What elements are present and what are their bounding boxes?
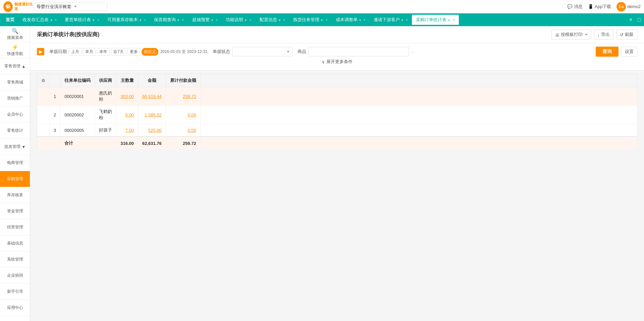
tab-peizhi[interactable]: 配置信息 ∨ × — [256, 15, 289, 25]
sidebar-item-appcenter[interactable]: 应用中心 — [0, 300, 30, 316]
close-icon[interactable]: × — [406, 18, 408, 22]
td-footer-label: 合计 — [60, 137, 116, 150]
tab-arrow-icon: ∨ — [92, 18, 95, 22]
sidebar-item-member[interactable]: 会员中心 — [0, 107, 30, 123]
th-settings: ⚙ — [37, 74, 50, 87]
expand-filter-button[interactable]: ∨ 展开更多条件 — [322, 59, 353, 65]
td-amount-3: 525.80 — [138, 124, 166, 137]
tab-pihuo[interactable]: 拣货任务管理 ∨ × — [289, 15, 331, 25]
close-icon[interactable]: × — [144, 18, 146, 22]
export-button[interactable]: ↓ 导出 — [594, 30, 614, 40]
date-btn-custom[interactable]: 自定义 — [142, 48, 158, 56]
date-btn-7days[interactable]: 近7天 — [111, 48, 126, 56]
close-icon[interactable]: × — [216, 18, 218, 22]
filter-toggle-button[interactable]: ▶ — [37, 48, 44, 55]
sidebar-item-newguide[interactable]: 新手引导 — [0, 284, 30, 300]
sidebar-item-retail-mall[interactable]: 零售商城 — [0, 74, 30, 91]
amount-link-2[interactable]: 1,586.52 — [145, 112, 162, 117]
filter-area: ▶ 单据日期 上月 本月 本年 近7天 更多 自定义 2016-01-01 至 … — [30, 43, 644, 70]
sidebar-item-enterprise[interactable]: 企业协同 — [0, 268, 30, 284]
sidebar-item-system[interactable]: 系统管理 — [0, 252, 30, 268]
print-icon: 🖨 — [555, 32, 559, 37]
goods-search-input[interactable] — [308, 47, 409, 56]
tab-keyongliang[interactable]: 可用量库存账本 ∨ × — [103, 15, 150, 25]
sidebar-item-marketing[interactable]: 营销推广 — [0, 91, 30, 107]
sidebar-item-wechat[interactable]: 企业微信 — [0, 316, 30, 321]
tab-yaoqing[interactable]: 邀请下游客户 ∨ × — [370, 15, 412, 25]
close-icon[interactable]: × — [452, 18, 454, 22]
sidebar-item-purchase[interactable]: 采购管理 — [0, 171, 30, 187]
date-btn-last-month[interactable]: 上月 — [69, 48, 82, 56]
date-btn-more[interactable]: 更多 — [127, 48, 140, 56]
nav-maximize-button[interactable]: □ — [636, 17, 642, 23]
td-extra-3 — [200, 124, 637, 137]
close-icon[interactable]: × — [249, 18, 251, 22]
qty-link-2[interactable]: 6.00 — [125, 112, 134, 117]
close-icon[interactable]: × — [55, 18, 57, 22]
qty-link-1[interactable]: 303.00 — [120, 94, 134, 99]
td-footer-amount: 62,631.76 — [138, 137, 166, 150]
settings-button[interactable]: 设置 — [621, 47, 637, 57]
tab-arrow-icon: ∨ — [245, 18, 247, 22]
close-icon[interactable]: × — [283, 18, 285, 22]
tab-arrow-icon: ∨ — [278, 18, 281, 22]
top-right: 💬 消息 📱 App下载 Ea demo2 — [567, 2, 641, 11]
tab-chaochuyu[interactable]: 超储预警 ∨ × — [188, 15, 222, 25]
table-row: 3 00020005 好孩子 7.00 525.80 0.00 — [37, 124, 637, 137]
page-header: 采购订单统计表(按供应商) 🖨 按模板打印 ↓ 导出 ↺ 刷新 — [30, 26, 644, 43]
expand-icon: ∨ — [322, 59, 325, 64]
paid-link-2[interactable]: 0.00 — [188, 112, 196, 117]
td-supplier-2: 飞鹤奶粉 — [95, 106, 116, 124]
close-icon[interactable]: × — [325, 18, 327, 22]
sidebar-item-shortcut[interactable]: ⚡ 快捷导航 — [0, 42, 30, 58]
tab-arrow-icon: ∨ — [448, 18, 450, 22]
date-btn-this-month[interactable]: 本月 — [83, 48, 96, 56]
paid-link-1[interactable]: 259.72 — [183, 94, 196, 99]
sidebar-item-inventory[interactable]: 库存核算 — [0, 187, 30, 203]
search-icon: 🔍 — [12, 28, 18, 34]
tab-gongneng[interactable]: 功能说明 ∨ × — [222, 15, 255, 25]
qty-link-3[interactable]: 7.00 — [125, 128, 134, 133]
date-btn-this-year[interactable]: 本年 — [97, 48, 110, 56]
status-arrow-icon — [287, 51, 289, 53]
column-settings-icon[interactable]: ⚙ — [41, 78, 45, 83]
sidebar-item-ecommerce[interactable]: 电商管理 — [0, 155, 30, 171]
table-area: ⚙ 往来单位编码 供应商 主数量 金额 累计付款金额 1 00020001 — [30, 70, 644, 321]
sidebar-item-search[interactable]: 🔍 搜索菜单 — [0, 26, 30, 42]
filter-row-1: ▶ 单据日期 上月 本月 本年 近7天 更多 自定义 2016-01-01 至 … — [37, 47, 637, 57]
sidebar-item-batch[interactable]: 批发管理 ▼ — [0, 139, 30, 155]
amount-link-3[interactable]: 525.80 — [148, 128, 162, 133]
tab-yaohuo[interactable]: 要货单统计表 ∨ × — [61, 15, 103, 25]
workspace-selector[interactable]: 母婴行业演示账套 — [34, 2, 107, 11]
sidebar-item-basic[interactable]: 基础信息 — [0, 235, 30, 252]
query-button[interactable]: 查询 — [596, 47, 619, 57]
close-icon[interactable]: × — [364, 18, 366, 22]
tab-arrow-icon: ∨ — [401, 18, 404, 22]
amount-link-1[interactable]: 60,519.44 — [142, 94, 162, 99]
close-icon[interactable]: × — [97, 18, 99, 22]
sidebar-item-retail-stat[interactable]: 零售统计 — [0, 123, 30, 139]
paid-link-3[interactable]: 0.00 — [188, 128, 196, 133]
status-select[interactable] — [232, 47, 292, 56]
page-title: 采购订单统计表(按供应商) — [37, 31, 100, 38]
print-button[interactable]: 🖨 按模板打印 — [551, 30, 591, 40]
close-icon[interactable]: × — [182, 18, 184, 22]
tab-shoufa[interactable]: 收发存汇总表 ∨ × — [18, 15, 61, 25]
td-paid-3: 0.00 — [166, 124, 200, 137]
tab-caigou-active[interactable]: 采购订单统计表 ∨ × — [412, 15, 459, 25]
tab-arrow-icon: ∨ — [139, 18, 142, 22]
user-area[interactable]: Ea demo2 — [616, 2, 641, 11]
nav-close-button[interactable]: × — [628, 17, 634, 23]
download-button[interactable]: 📱 App下载 — [588, 4, 611, 10]
td-settings-2 — [37, 106, 50, 124]
tab-chengben[interactable]: 成本调整单 ∨ × — [332, 15, 370, 25]
td-no-1: 1 — [50, 87, 60, 106]
message-button[interactable]: 💬 消息 — [567, 4, 583, 10]
refresh-button[interactable]: ↺ 刷新 — [616, 30, 637, 40]
td-no-3: 3 — [50, 124, 60, 137]
tab-home[interactable]: 首页 — [2, 15, 18, 25]
tab-baozhiqi[interactable]: 保质期查询 ∨ × — [150, 15, 188, 25]
sidebar-item-operation[interactable]: 经营管理 — [0, 219, 30, 235]
sidebar-item-finance[interactable]: 资金管理 — [0, 203, 30, 219]
sidebar-item-retail[interactable]: 零售管理 ▲ — [0, 58, 30, 74]
